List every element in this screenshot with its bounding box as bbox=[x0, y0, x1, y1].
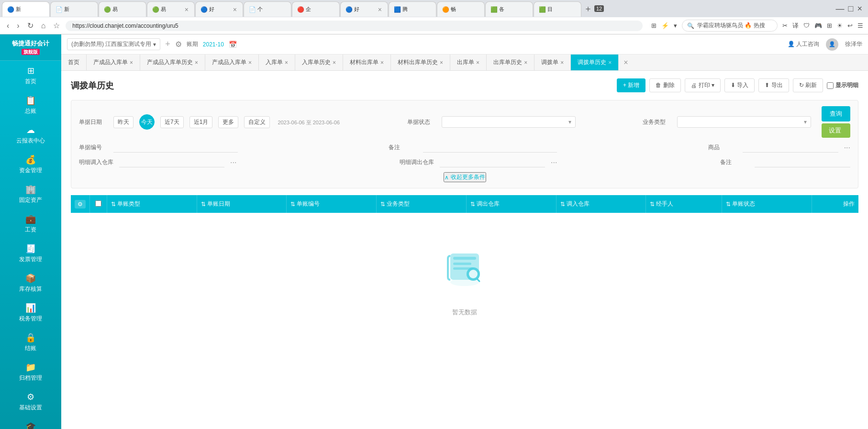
browser-tab-2[interactable]: 🟢 易 bbox=[99, 1, 146, 17]
th-business[interactable]: ⇅ 业务类型 bbox=[377, 195, 467, 213]
select-all-checkbox[interactable] bbox=[95, 200, 101, 207]
sidebar-item-wages[interactable]: 💼 工资 bbox=[0, 209, 61, 239]
collapse-button[interactable]: ∧ 收起更多条件 bbox=[444, 172, 486, 182]
refresh-button[interactable]: ↻ 刷新 bbox=[793, 78, 823, 92]
nav-tab-product-in[interactable]: 产成品入库单 × bbox=[87, 55, 140, 70]
browser-tab-9[interactable]: 🟠 畅 bbox=[437, 1, 485, 17]
detail-out-more-icon[interactable]: ··· bbox=[551, 158, 557, 167]
th-settings[interactable]: ⚙ bbox=[71, 195, 90, 213]
nav-tab-close[interactable]: × bbox=[130, 59, 133, 66]
browser-tab-4[interactable]: 🔵 好 × bbox=[195, 1, 243, 17]
browser-tab-11[interactable]: 🟩 目 bbox=[534, 1, 581, 17]
browser-tab-10[interactable]: 🟩 各 bbox=[485, 1, 533, 17]
settings-button[interactable]: 设置 bbox=[822, 123, 850, 138]
window-close-btn[interactable]: × bbox=[857, 4, 862, 14]
sidebar-item-invoice[interactable]: 🧾 发票管理 bbox=[0, 239, 61, 268]
date-btn-custom[interactable]: 自定义 bbox=[244, 116, 270, 128]
refresh-button[interactable]: ↻ bbox=[25, 20, 35, 31]
tab-close-4[interactable]: × bbox=[232, 6, 238, 13]
browser-tab-3[interactable]: 🟢 易 × bbox=[147, 1, 195, 17]
browser-tab-5[interactable]: 📄 个 bbox=[244, 1, 291, 17]
nav-tab-material-out-history[interactable]: 材料出库单历史 × bbox=[391, 55, 450, 70]
export-button[interactable]: ⬆ 导出 bbox=[758, 78, 789, 92]
query-button[interactable]: 查询 bbox=[822, 106, 850, 121]
star-button[interactable]: ☆ bbox=[51, 20, 62, 31]
th-in-warehouse[interactable]: ⇅ 调入仓库 bbox=[556, 195, 646, 213]
orderno-input[interactable] bbox=[113, 143, 238, 153]
detail-in-input[interactable] bbox=[119, 157, 224, 167]
nav-tab-in-order[interactable]: 入库单 × bbox=[259, 55, 295, 70]
date-btn-1month[interactable]: 近1月 bbox=[189, 116, 213, 128]
forward-button[interactable]: › bbox=[15, 21, 21, 31]
nav-tab-close[interactable]: × bbox=[380, 59, 384, 66]
sidebar-item-close[interactable]: 🔒 结账 bbox=[0, 328, 61, 357]
browser-tab-8[interactable]: 🟦 腾 bbox=[389, 1, 436, 17]
th-type[interactable]: ⇅ 单账类型 bbox=[107, 195, 197, 213]
goods-input[interactable] bbox=[743, 143, 838, 153]
detail-out-input[interactable] bbox=[440, 157, 545, 167]
nav-tab-close[interactable]: × bbox=[285, 59, 288, 66]
nav-tab-transfer[interactable]: 调拨单 × bbox=[534, 55, 571, 70]
nav-tab-product-in-history[interactable]: 产成品入库单历史 × bbox=[140, 55, 205, 70]
browser-tab-logo[interactable]: 🔵 新 bbox=[2, 1, 50, 17]
browser-tab-7[interactable]: 🔵 好 × bbox=[340, 1, 388, 17]
goods-more-icon[interactable]: ··· bbox=[844, 143, 850, 152]
calendar-icon[interactable]: 📅 bbox=[229, 41, 237, 48]
nav-tab-close[interactable]: × bbox=[560, 59, 564, 66]
add-button[interactable]: + 新增 bbox=[617, 78, 645, 92]
shield-icon[interactable]: 🛡 bbox=[803, 22, 810, 29]
extensions-icon[interactable]: ⊞ bbox=[651, 22, 657, 29]
dropdown-icon[interactable]: ▾ bbox=[674, 22, 677, 29]
note-input[interactable] bbox=[423, 143, 557, 153]
add-company-btn[interactable]: + bbox=[165, 39, 170, 49]
sidebar-item-settings[interactable]: ⚙ 基础设置 bbox=[0, 387, 61, 417]
nav-tab-close[interactable]: × bbox=[524, 59, 527, 66]
new-tab-button[interactable]: ＋ bbox=[582, 1, 594, 16]
menu-icon[interactable]: ☰ bbox=[857, 22, 863, 29]
nav-tab-close[interactable]: × bbox=[333, 59, 336, 66]
history-icon[interactable]: ↩ bbox=[847, 22, 853, 29]
sidebar-item-reports[interactable]: ☁ 云报表中心 bbox=[0, 120, 61, 150]
delete-button[interactable]: 🗑 删除 bbox=[649, 78, 680, 92]
user-avatar[interactable]: 👤 bbox=[826, 38, 838, 51]
window-minimize-btn[interactable]: — bbox=[836, 4, 845, 14]
gear-icon[interactable]: ⚙ bbox=[75, 200, 86, 209]
lightning-icon[interactable]: ⚡ bbox=[661, 22, 669, 29]
theme-icon[interactable]: ☀ bbox=[837, 22, 843, 29]
address-input[interactable] bbox=[66, 21, 643, 31]
th-date[interactable]: ⇅ 单账日期 bbox=[197, 195, 287, 213]
sidebar-item-guide[interactable]: 🎓 新手引导 bbox=[0, 417, 61, 429]
scissors-icon[interactable]: ✂ bbox=[782, 22, 788, 29]
nav-tab-in-history[interactable]: 入库单历史 × bbox=[295, 55, 343, 70]
date-btn-more[interactable]: 更多 bbox=[218, 116, 238, 128]
nav-tab-material-out[interactable]: 材料出库单 × bbox=[343, 55, 391, 70]
service-btn[interactable]: 👤 人工咨询 bbox=[788, 40, 819, 48]
browser-tab-1[interactable]: 📄 新 bbox=[50, 1, 98, 17]
nav-tab-close[interactable]: × bbox=[608, 59, 612, 66]
home-button[interactable]: ⌂ bbox=[39, 21, 48, 31]
nav-tab-close[interactable]: × bbox=[440, 59, 443, 66]
th-out-warehouse[interactable]: ⇅ 调出仓库 bbox=[466, 195, 556, 213]
browser-tab-6[interactable]: 🔴 企 bbox=[292, 1, 340, 17]
grid-icon[interactable]: ⊞ bbox=[827, 22, 832, 29]
sidebar-item-capital[interactable]: 💰 资金管理 bbox=[0, 150, 61, 179]
sidebar-item-home[interactable]: ⊞ 首页 bbox=[0, 61, 61, 90]
nav-tab-product-in2[interactable]: 产成品入库单 × bbox=[205, 55, 259, 70]
sidebar-item-archive[interactable]: 📁 归档管理 bbox=[0, 357, 61, 387]
settings-gear-icon[interactable]: ⚙ bbox=[175, 40, 182, 49]
status-select[interactable]: ▾ bbox=[442, 116, 576, 128]
sidebar-item-ledger[interactable]: 📋 总账 bbox=[0, 90, 61, 120]
tab-close-3[interactable]: × bbox=[184, 6, 189, 13]
period-value[interactable]: 2021-10 bbox=[203, 41, 224, 48]
nav-tab-close[interactable]: × bbox=[195, 59, 198, 66]
date-btn-today[interactable]: 今天 bbox=[139, 114, 155, 130]
date-btn-7days[interactable]: 近7天 bbox=[160, 116, 184, 128]
back-button[interactable]: ‹ bbox=[5, 21, 11, 31]
nav-tab-close[interactable]: × bbox=[248, 59, 252, 66]
sidebar-item-inventory[interactable]: 📦 库存核算 bbox=[0, 268, 61, 298]
nav-tab-home[interactable]: 首页 bbox=[61, 55, 87, 70]
window-maximize-btn[interactable]: □ bbox=[848, 4, 854, 14]
print-button[interactable]: 🖨 🖨 打印 打印 ▾ bbox=[685, 78, 721, 92]
business-select[interactable]: ▾ bbox=[677, 116, 811, 128]
nav-tab-out-order[interactable]: 出库单 × bbox=[450, 55, 487, 70]
